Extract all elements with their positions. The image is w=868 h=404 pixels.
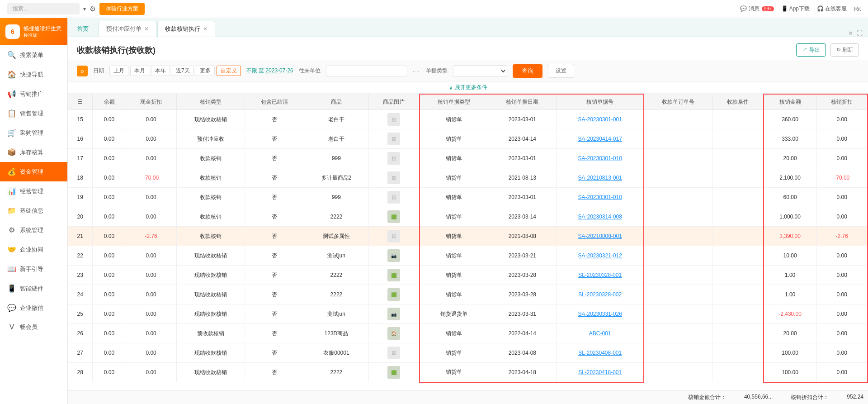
cell-doc-report-no[interactable]: SL-20230418-001	[557, 363, 644, 382]
cell-receipt-condition	[712, 266, 764, 285]
doc-type-select[interactable]	[453, 65, 507, 77]
sidebar-item-finance[interactable]: 💰 资金管理	[0, 162, 67, 181]
top-bar: 搜索... ▾ ⚙ 体验行业方案 💬 消息 99+ 📱 App下载 🎧 在线客服…	[0, 0, 868, 18]
cell-receipt-condition	[712, 110, 764, 129]
sidebar-item-nav[interactable]: 🏠 快捷导航	[0, 65, 67, 84]
cell-doc-report-no[interactable]: SL-20230408-001	[557, 343, 644, 363]
cell-goods-img: 🖼	[368, 149, 420, 168]
tab-label: 预付冲应付单	[106, 25, 142, 33]
date-btn-more[interactable]: 更多	[196, 66, 215, 76]
sidebar-item-hardware[interactable]: 📱 智能硬件	[0, 279, 67, 298]
cell-writeoff-discount: 0.00	[816, 246, 868, 266]
export-button[interactable]: ↗ 导出	[796, 43, 826, 57]
counterpart-input[interactable]	[326, 66, 407, 76]
sidebar-item-wechat[interactable]: 💬 企业微信	[0, 298, 67, 318]
gear-icon[interactable]: ⚙	[90, 5, 96, 13]
cell-writeoff-amount: 100.00	[764, 363, 816, 382]
cell-doc-report-no[interactable]: SA-20230301-010	[557, 188, 644, 207]
filter-expand-button[interactable]: »	[77, 66, 88, 76]
cell-doc-report-no[interactable]: ABC-001	[557, 324, 644, 343]
table-row: 20 0.00 0.00 收款核销 否 2222 🟩 销货单 2023-03-1…	[68, 207, 868, 227]
export-icon: ↗	[802, 47, 807, 53]
date-range-display[interactable]: 不限 至 2023-07-26	[246, 67, 293, 75]
sidebar-item-sales[interactable]: 📋 销售管理	[0, 104, 67, 123]
top-dropdown[interactable]: ▾	[83, 6, 86, 12]
tab-maximize-icon[interactable]: ⛶	[857, 30, 863, 37]
cell-cash-discount: 0.00	[126, 246, 176, 266]
cell-doc-report-type: 销货单	[420, 129, 488, 149]
cell-doc-report-date: 2023-03-21	[488, 246, 557, 266]
sidebar-item-member[interactable]: V 畅会员	[0, 318, 67, 337]
tab-writeoff[interactable]: 收款核销执行 ✕	[157, 21, 215, 37]
top-search-box[interactable]: 搜索...	[7, 3, 80, 14]
date-btn-7days[interactable]: 近7天	[172, 66, 194, 76]
cell-writeoff-amount: -2,430.00	[764, 304, 816, 324]
date-btn-this-year[interactable]: 本年	[151, 66, 170, 76]
cell-doc-report-no[interactable]: SL-20230328-001	[557, 266, 644, 285]
industry-button[interactable]: 体验行业方案	[99, 3, 145, 15]
tab-prepay[interactable]: 预付冲应付单 ✕	[99, 21, 156, 37]
message-badge: 99+	[762, 6, 774, 11]
query-button[interactable]: 查询	[513, 64, 542, 78]
table-row: 19 0.00 0.00 收款核销 否 999 🖼 销货单 2023-03-01…	[68, 188, 868, 207]
footer-total-amount-label: 核销金额合计：	[688, 394, 726, 401]
date-btn-this-month[interactable]: 本月	[130, 66, 149, 76]
th-goods-img: 商品图片	[368, 94, 420, 110]
page-content: 收款核销执行(按收款) ↗ 导出 ↻ 刷新 » 日期 上月	[68, 37, 868, 404]
date-btn-last-month[interactable]: 上月	[109, 66, 128, 76]
sidebar-item-purchase[interactable]: 🛒 采购管理	[0, 123, 67, 143]
cell-writeoff-discount: 0.00	[816, 324, 868, 343]
cell-cash-discount: 0.00	[126, 285, 176, 304]
date-label: 日期	[93, 67, 104, 75]
sidebar-item-inventory[interactable]: 📦 库存核算	[0, 143, 67, 162]
tab-close-active-icon[interactable]: ✕	[203, 26, 208, 32]
top-bar-left: 搜索... ▾ ⚙ 体验行业方案	[7, 3, 735, 15]
sidebar-item-guide[interactable]: 📖 新手引导	[0, 259, 67, 279]
date-btn-custom[interactable]: 自定义	[217, 66, 241, 76]
cell-writeoff-amount: 3,390.00	[764, 227, 816, 246]
cell-balance: 0.00	[93, 324, 126, 343]
sidebar-item-search[interactable]: 🔍 搜索菜单	[0, 45, 67, 65]
cell-receipt-condition	[712, 285, 764, 304]
app-download-link[interactable]: 📱 App下载	[781, 5, 810, 13]
cell-doc-report-no[interactable]: SA-20230301-001	[557, 110, 644, 129]
tab-window-close-icon[interactable]: ✕	[848, 30, 853, 37]
sidebar-item-collab[interactable]: 🤝 企业协同	[0, 240, 67, 259]
online-service-link[interactable]: 🎧 在线客服	[817, 5, 847, 13]
cell-doc-report-no[interactable]: SA-20210808-001	[557, 227, 644, 246]
tab-home[interactable]: 首页	[68, 21, 98, 37]
cell-doc-report-no[interactable]: SA-20230414-017	[557, 129, 644, 149]
cell-include-cleared: 否	[245, 343, 304, 363]
message-link[interactable]: 💬 消息 99+	[740, 5, 774, 13]
table-row: 23 0.00 0.00 现结收款核销 否 2222 🟩 销货单 2023-03…	[68, 266, 868, 285]
cell-receipt-condition	[712, 188, 764, 207]
date-buttons: 上月 本月 本年 近7天 更多 自定义	[109, 66, 241, 76]
table-row: 17 0.00 0.00 收款核销 否 999 🖼 销货单 2023-03-01…	[68, 149, 868, 168]
cell-receipt-order-no	[644, 168, 712, 188]
logo-text: 畅捷通谱好生意 标准版	[24, 25, 61, 38]
filter-dots: ···	[413, 67, 420, 74]
cell-doc-report-no[interactable]: SA-20210813-001	[557, 168, 644, 188]
cell-writeoff-type: 收款核销	[176, 227, 245, 246]
expand-more-bar[interactable]: ∨ 展开更多条件	[68, 82, 868, 94]
cell-doc-report-no[interactable]: SA-20230331-026	[557, 304, 644, 324]
tab-close-icon[interactable]: ✕	[144, 26, 149, 32]
sidebar-item-system[interactable]: ⚙ 系统管理	[0, 220, 67, 240]
sidebar-item-operations[interactable]: 📊 经营管理	[0, 181, 67, 201]
sidebar-item-basic[interactable]: 📁 基础信息	[0, 201, 67, 220]
sidebar-item-label: 库存核算	[20, 148, 43, 157]
cell-writeoff-discount: -70.00	[816, 168, 868, 188]
cell-doc-report-no[interactable]: SA-20230301-010	[557, 149, 644, 168]
table-body: 15 0.00 0.00 现结收款核销 否 老白干 🖼 销货单 2023-03-…	[68, 110, 868, 382]
cell-seq: 18	[68, 168, 93, 188]
cell-doc-report-no[interactable]: SA-20230321-012	[557, 246, 644, 266]
th-include-cleared: 包含已结清	[245, 94, 304, 110]
cell-doc-report-no[interactable]: SA-20230314-008	[557, 207, 644, 227]
cell-writeoff-amount: 1.00	[764, 285, 816, 304]
cell-doc-report-no[interactable]: SL-20230328-002	[557, 285, 644, 304]
cell-goods: 999	[304, 149, 368, 168]
settings-button[interactable]: 设置	[548, 64, 574, 78]
cell-balance: 0.00	[93, 110, 126, 129]
sidebar-item-marketing[interactable]: 📢 营销推广	[0, 84, 67, 104]
refresh-button[interactable]: ↻ 刷新	[830, 43, 859, 57]
